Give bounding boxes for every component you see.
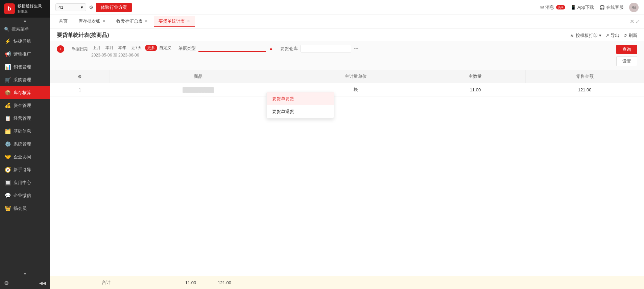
date-custom-label[interactable]: 自定义: [159, 45, 171, 51]
nav-label-marketing: 营销推广: [14, 51, 31, 57]
sidebar-item-sales[interactable]: 📊销售管理: [0, 61, 50, 73]
date-range-display: 2023-05-06 至 2023-06-06: [91, 52, 171, 58]
query-button[interactable]: 查询: [616, 45, 637, 54]
footer-amount: 121.00: [208, 280, 241, 285]
th-settings[interactable]: ⚙: [50, 70, 110, 83]
print-icon: 🖨: [570, 33, 574, 38]
tab-label-order-stats: 要货单统计表: [159, 18, 185, 24]
sidebar-item-guide[interactable]: 🧭新手引导: [0, 163, 50, 176]
nav-icon-base-info: 🗂️: [5, 128, 11, 134]
tabs-close-all[interactable]: ✕: [630, 18, 634, 25]
sidebar-scroll-down[interactable]: ▼: [0, 271, 50, 277]
sidebar-item-app-center[interactable]: 🔲应用中心: [0, 176, 50, 189]
export-icon: ↗: [605, 33, 609, 38]
refresh-action[interactable]: ↺ 刷新: [623, 32, 637, 39]
tabs-expand[interactable]: ⤢: [636, 18, 640, 25]
footer-label: 合计: [72, 280, 140, 286]
tab-inventory-batch[interactable]: 库存批次账✕: [74, 16, 110, 27]
nav-icon-inventory: 📦: [5, 90, 11, 96]
cell-quantity-0[interactable]: 11.00: [425, 83, 525, 96]
nav-label-app-center: 应用中心: [14, 180, 31, 186]
sidebar-item-wechat[interactable]: 💬企业微信: [0, 189, 50, 202]
nav-label-guide: 新手引导: [14, 167, 31, 173]
topbar-gear-icon[interactable]: ⚙: [89, 4, 93, 10]
topbar: 41 ▾ ⚙ 体验行业方案 ✉ 消息 99+ 📱 App下载 🎧 在线客服 Ri…: [50, 0, 644, 15]
online-service-label: 在线客服: [606, 4, 624, 10]
filter-warehouse-more-icon[interactable]: •••: [354, 46, 359, 51]
online-service-item[interactable]: 🎧 在线客服: [599, 4, 624, 10]
sidebar: b 畅捷通好生意 标准版 ▲ 🔍 搜索菜单 ⚡快捷导航📢营销推广📊销售管理🛒采购…: [0, 0, 50, 289]
sidebar-item-marketing[interactable]: 📢营销推广: [0, 48, 50, 61]
sidebar-item-enterprise[interactable]: 🤝企业协同: [0, 151, 50, 163]
sidebar-item-member[interactable]: 👑畅会员: [0, 202, 50, 215]
filter-type-chevron-icon[interactable]: ▲: [269, 46, 273, 51]
nav-icon-purchase: 🛒: [5, 77, 11, 83]
sidebar-scroll-up[interactable]: ▲: [0, 18, 50, 23]
filter-type-input[interactable]: [198, 45, 266, 52]
nav-label-wechat: 企业微信: [14, 193, 31, 199]
nav-label-member: 畅会员: [14, 205, 27, 212]
filter-settings-button[interactable]: 设置: [616, 56, 637, 66]
filter-date-label: 单据日期: [71, 45, 89, 52]
tab-label-inventory-batch: 库存批次账: [78, 18, 100, 24]
sidebar-item-base-info[interactable]: 🗂️基础信息: [0, 125, 50, 138]
th-amount: 零售金额: [525, 70, 644, 83]
brand-sub: 标准版: [18, 9, 42, 14]
date-btn-this-year[interactable]: 本年: [117, 45, 128, 51]
date-btn-more[interactable]: 更多: [145, 45, 157, 51]
sidebar-item-quick-nav[interactable]: ⚡快捷导航: [0, 35, 50, 48]
message-icon: ✉: [540, 5, 544, 10]
th-unit: 主计量单位: [287, 70, 425, 83]
sidebar-search[interactable]: 🔍 搜索菜单: [0, 23, 50, 35]
export-action[interactable]: ↗ 导出: [605, 32, 619, 39]
dropdown-item-order-goods[interactable]: 要货单要货: [267, 92, 334, 105]
tab-recv-summary[interactable]: 收发存汇总表✕: [112, 16, 152, 27]
sidebar-item-finance[interactable]: 💰资金管理: [0, 99, 50, 112]
sidebar-item-system[interactable]: ⚙️系统管理: [0, 138, 50, 151]
filter-actions: 查询 设置: [616, 45, 637, 66]
nav-icon-system: ⚙️: [5, 141, 11, 147]
date-btn-this-month[interactable]: 本月: [104, 45, 115, 51]
avatar[interactable]: Rit: [629, 3, 639, 12]
tab-close-inventory-batch[interactable]: ✕: [102, 19, 105, 23]
topbar-dropdown-icon[interactable]: ▾: [81, 5, 83, 10]
nav-label-operations: 经营管理: [14, 115, 31, 121]
message-item[interactable]: ✉ 消息 99+: [540, 4, 565, 10]
tab-home[interactable]: 首页: [54, 16, 72, 27]
dropdown-item-order-return[interactable]: 要货单退货: [267, 105, 334, 118]
date-btn-7days[interactable]: 近7天: [130, 45, 143, 51]
print-label: 按模板打印: [576, 32, 598, 39]
filter-warehouse-group: 要货仓库 •••: [280, 45, 359, 52]
sidebar-item-purchase[interactable]: 🛒采购管理: [0, 73, 50, 86]
app-download-item[interactable]: 📱 App下载: [571, 4, 594, 10]
topbar-right: ✉ 消息 99+ 📱 App下载 🎧 在线客服 Rit: [540, 3, 639, 12]
cell-product-0: ██████████: [110, 83, 287, 96]
nav-icon-finance: 💰: [5, 103, 11, 109]
print-action[interactable]: 🖨 按模板打印 ▾: [570, 32, 601, 39]
sidebar-search-label: 搜索菜单: [11, 26, 29, 32]
nav-label-quick-nav: 快捷导航: [14, 38, 31, 44]
filter-warehouse-input[interactable]: [301, 45, 351, 52]
tab-close-order-stats[interactable]: ✕: [187, 19, 190, 23]
filter-expand-button[interactable]: ›: [57, 45, 64, 53]
topbar-input[interactable]: 41: [58, 5, 79, 10]
tab-close-recv-summary[interactable]: ✕: [145, 19, 148, 23]
nav-icon-member: 👑: [5, 205, 11, 212]
promo-button[interactable]: 体验行业方案: [96, 3, 132, 12]
nav-icon-sales: 📊: [5, 64, 11, 70]
page-title: 要货单统计表(按商品): [57, 32, 109, 39]
sidebar-item-operations[interactable]: 📋经营管理: [0, 112, 50, 125]
settings-icon[interactable]: ⚙: [4, 280, 9, 286]
table-settings-icon[interactable]: ⚙: [78, 74, 82, 79]
nav-label-inventory: 库存核算: [14, 90, 31, 96]
date-btn-last-month[interactable]: 上月: [91, 45, 102, 51]
cell-amount-0[interactable]: 121.00: [525, 83, 644, 96]
table-footer: 合计 11.00 121.00: [50, 276, 644, 289]
tab-label-home: 首页: [59, 18, 68, 24]
print-chevron-icon: ▾: [599, 33, 601, 38]
main-area: 41 ▾ ⚙ 体验行业方案 ✉ 消息 99+ 📱 App下载 🎧 在线客服 Ri…: [50, 0, 644, 289]
tab-order-stats[interactable]: 要货单统计表✕: [154, 16, 195, 27]
collapse-icon[interactable]: ◀◀: [39, 281, 46, 286]
headset-icon: 🎧: [599, 5, 605, 10]
sidebar-item-inventory[interactable]: 📦库存核算: [0, 86, 50, 99]
